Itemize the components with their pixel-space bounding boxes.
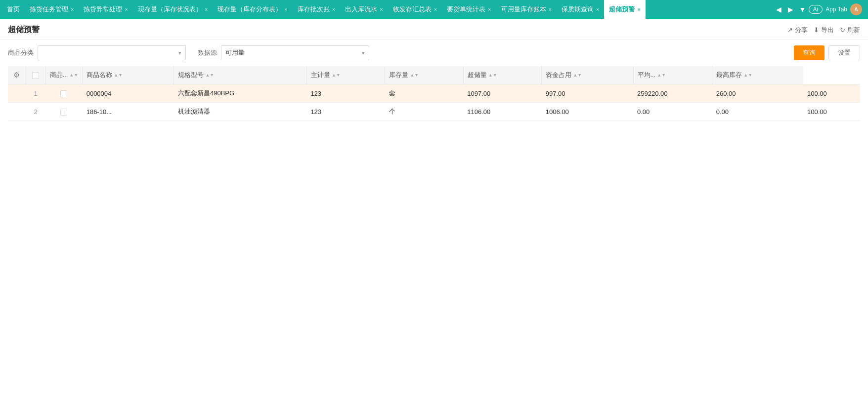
ai-badge[interactable]: Ai [809, 5, 823, 14]
sort-product-code[interactable]: 商品... ▲▼ [50, 71, 79, 79]
share-button[interactable]: ↗ 分享 [787, 26, 808, 35]
refresh-button[interactable]: ↻ 刷新 [840, 26, 860, 35]
th-capital[interactable]: 资金占用 ▲▼ [542, 66, 633, 84]
category-label: 商品分类 [8, 48, 34, 57]
row-avg: 0.00 [712, 103, 803, 121]
sort-icon-spec: ▲▼ [205, 73, 214, 78]
nav-close-icon-3[interactable]: × [205, 6, 208, 12]
th-over-stock[interactable]: 超储量 ▲▼ [463, 66, 541, 84]
query-button[interactable]: 查询 [794, 45, 825, 60]
row-over-stock: 1006.00 [542, 103, 633, 121]
nav-item-3[interactable]: 现存量（库存状况表）× [133, 0, 213, 19]
nav-item-1[interactable]: 拣货任务管理× [25, 0, 79, 19]
row-product-code: 0000004 [83, 84, 174, 103]
nav-item-6[interactable]: 出入库流水× [340, 0, 388, 19]
sort-icon-stock: ▲▼ [410, 73, 419, 78]
export-button[interactable]: ⬇ 导出 [814, 26, 834, 35]
th-product-code[interactable]: 商品... ▲▼ [45, 66, 83, 84]
sort-icon-max: ▲▼ [743, 73, 752, 78]
row-unit: 套 [385, 84, 463, 103]
filter-area: 商品分类 ▾ 数据源 可用量 ▾ 查询 设置 [0, 40, 868, 66]
th-stock[interactable]: 库存量 ▲▼ [385, 66, 463, 84]
th-max-stock[interactable]: 最高库存 ▲▼ [712, 66, 803, 84]
row-num: 2 [26, 103, 45, 121]
row-checkbox [45, 84, 83, 103]
row-checkbox [45, 103, 83, 121]
table-row: 10000004六配套新昌490BPG123套1097.00997.002592… [8, 84, 860, 103]
row-max-stock: 100.00 [803, 84, 860, 103]
nav-item-7[interactable]: 收发存汇总表× [388, 0, 442, 19]
nav-item-2[interactable]: 拣货异常处理× [79, 0, 132, 19]
row-product-name: 机油滤清器 [174, 103, 306, 121]
user-area: Ai App Tab A [809, 3, 867, 15]
nav-item-10[interactable]: 保质期查询× [557, 0, 604, 19]
sort-icon-unit: ▲▼ [332, 73, 341, 78]
datasource-select-value: 可用量 [225, 48, 245, 57]
row-product-code: 186-10... [83, 103, 174, 121]
nav-close-icon-4[interactable]: × [284, 6, 287, 12]
gear-icon[interactable]: ⚙ [13, 71, 20, 79]
nav-prev-button[interactable]: ◀ [773, 0, 785, 19]
nav-close-icon-7[interactable]: × [434, 6, 437, 12]
nav-next-button[interactable]: ▶ [785, 0, 797, 19]
refresh-icon: ↻ [840, 26, 845, 34]
nav-item-5[interactable]: 库存批次账× [293, 0, 340, 19]
category-filter-group: 商品分类 ▾ [8, 45, 186, 60]
row-checkbox-input[interactable] [60, 90, 67, 97]
th-product-name[interactable]: 商品名称 ▲▼ [83, 66, 174, 84]
nav-close-icon-2[interactable]: × [125, 6, 128, 12]
sort-icon-avg: ▲▼ [657, 73, 666, 78]
nav-close-icon-9[interactable]: × [549, 6, 552, 12]
row-max-stock: 100.00 [803, 103, 860, 121]
row-spec: 123 [306, 84, 385, 103]
row-capital: 0.00 [633, 103, 712, 121]
app-tab-label: App Tab [825, 6, 847, 13]
row-num: 1 [26, 84, 45, 103]
nav-close-icon-8[interactable]: × [488, 6, 491, 12]
row-stock: 1106.00 [463, 103, 541, 121]
header-actions: ↗ 分享 ⬇ 导出 ↻ 刷新 [787, 26, 860, 35]
table-container: ⚙ 商品... ▲▼ 商品名称 ▲▼ [0, 66, 868, 121]
chevron-down-icon-2: ▾ [362, 50, 365, 56]
select-all-checkbox[interactable] [32, 72, 39, 79]
nav-close-icon-11[interactable]: × [637, 6, 640, 12]
top-navigation: 首页拣货任务管理×拣货异常处理×现存量（库存状况表）×现存量（库存分布表）×库存… [0, 0, 868, 19]
datasource-filter-group: 数据源 可用量 ▾ [198, 45, 369, 60]
nav-close-icon-1[interactable]: × [71, 6, 74, 12]
nav-close-icon-10[interactable]: × [596, 6, 599, 12]
th-unit[interactable]: 主计量 ▲▼ [306, 66, 385, 84]
datasource-select[interactable]: 可用量 ▾ [221, 45, 369, 60]
row-stock: 1097.00 [463, 84, 541, 103]
datasource-label: 数据源 [198, 48, 217, 57]
sort-icon-capital: ▲▼ [573, 73, 582, 78]
nav-more-button[interactable]: ▼ [797, 0, 809, 19]
th-spec[interactable]: 规格型号 ▲▼ [174, 66, 306, 84]
row-gear-cell [8, 103, 26, 121]
table-row: 2186-10...机油滤清器123个1106.001006.000.000.0… [8, 103, 860, 121]
table-header-row: ⚙ 商品... ▲▼ 商品名称 ▲▼ [8, 66, 860, 84]
export-icon: ⬇ [814, 26, 819, 34]
sort-icon: ▲▼ [69, 73, 78, 78]
nav-item-9[interactable]: 可用量库存账本× [496, 0, 557, 19]
nav-item-11[interactable]: 超储预警× [604, 0, 645, 19]
th-checkbox [26, 66, 45, 84]
sort-icon-over: ▲▼ [488, 73, 497, 78]
nav-item-8[interactable]: 要货单统计表× [442, 0, 496, 19]
nav-item-0[interactable]: 首页 [2, 0, 25, 19]
nav-item-4[interactable]: 现存量（库存分布表）× [213, 0, 292, 19]
row-product-name: 六配套新昌490BPG [174, 84, 306, 103]
share-icon: ↗ [787, 26, 793, 34]
chevron-down-icon: ▾ [178, 50, 181, 56]
row-checkbox-input[interactable] [60, 109, 67, 116]
row-unit: 个 [385, 103, 463, 121]
row-gear-cell [8, 84, 26, 103]
nav-close-icon-6[interactable]: × [380, 6, 383, 12]
row-over-stock: 997.00 [542, 84, 633, 103]
th-settings: ⚙ [8, 66, 26, 84]
page-title: 超储预警 [8, 25, 40, 35]
nav-close-icon-5[interactable]: × [332, 6, 335, 12]
setting-button[interactable]: 设置 [828, 45, 860, 60]
th-avg[interactable]: 平均... ▲▼ [633, 66, 712, 84]
category-select[interactable]: ▾ [38, 45, 186, 60]
avatar[interactable]: A [850, 3, 862, 15]
